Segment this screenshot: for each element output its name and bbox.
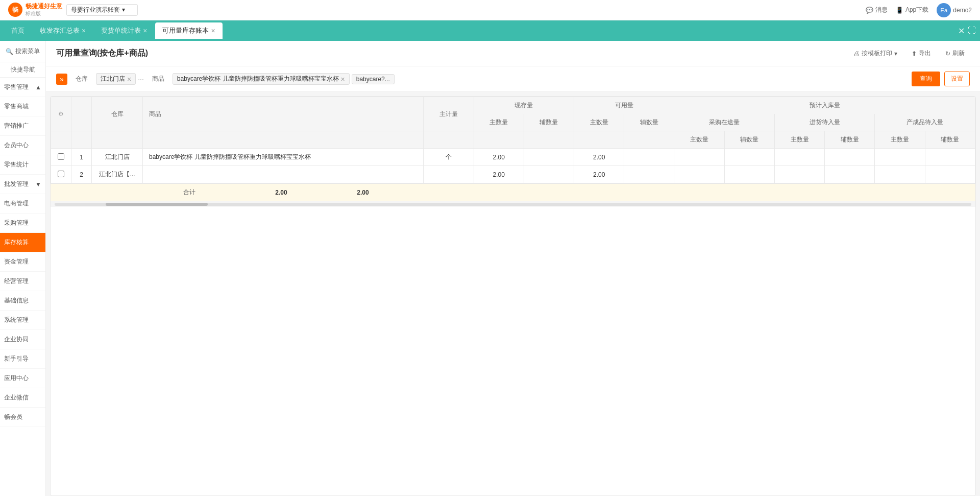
row-available-main-2: 2.00 [574, 166, 624, 183]
row-unit-2 [424, 166, 474, 183]
col-available-main-header: 主数量 [574, 114, 624, 131]
col-warehouse-header: 仓库 [92, 97, 143, 131]
export-icon: ⬆ [912, 50, 917, 57]
message-button[interactable]: 💬 消息 [866, 6, 888, 14]
logo-text: 畅捷通好生意 [26, 3, 62, 10]
arrow-down-icon: ▼ [35, 181, 41, 188]
product-filter-tags: babycare学饮杯 儿童防摔防撞吸管杯重力球吸嘴杯宝宝水杯 × babyca… [173, 73, 395, 85]
col-inbound-group-header: 进货待入量 [774, 114, 874, 131]
col-available-group-header: 可用量 [574, 97, 674, 114]
row-warehouse-2: 江北门店【... [92, 166, 143, 183]
scroll-thumb[interactable] [106, 203, 208, 206]
sidebar-item-inventory[interactable]: 库存核算 [0, 233, 45, 252]
table-row: 2 江北门店【... 2.00 2.00 [51, 166, 975, 183]
table-header-row-3: 主数量 辅数量 主数量 辅数量 主数量 辅数量 [51, 131, 975, 149]
table-header-row-1: ⚙ 仓库 商品 主计量 现存量 可用量 预计入库量 [51, 97, 975, 114]
sidebar-item-app-center[interactable]: 应用中心 [0, 369, 45, 388]
refresh-icon: ↻ [945, 50, 950, 57]
scroll-bar-area [51, 201, 975, 207]
filter-expand-button[interactable]: » [56, 74, 67, 85]
close-tab-order-stats[interactable]: × [143, 27, 147, 34]
sidebar-quick-nav[interactable]: 快捷导航 [0, 62, 45, 78]
user-profile[interactable]: Ea demo2 [937, 3, 972, 17]
data-table-wrapper: ⚙ 仓库 商品 主计量 现存量 可用量 预计入库量 主数量 辅数量 主数量 [50, 96, 976, 496]
tab-collection-report[interactable]: 收发存汇总表 × [33, 22, 93, 39]
search-menu-button[interactable]: 🔍 搜索菜单 [4, 45, 41, 58]
logo-subtext: 标准版 [26, 10, 62, 17]
sidebar-item-ecommerce[interactable]: 电商管理 [0, 194, 45, 214]
col-purchase-group-header: 采购在途量 [674, 114, 774, 131]
warehouse-tag: 江北门店 × [96, 73, 136, 85]
row-inbound-aux-2 [825, 166, 875, 183]
sidebar-item-retail-mgmt[interactable]: 零售管理 ▲ [0, 78, 45, 97]
sidebar-item-new-guide[interactable]: 新手引导 [0, 349, 45, 369]
sidebar-item-member-center[interactable]: 会员中心 [0, 136, 45, 155]
row-stock-main-2: 2.00 [474, 166, 524, 183]
query-button[interactable]: 查询 [912, 72, 940, 86]
mobile-icon: 📱 [896, 7, 903, 14]
footer-available-main: 2.00 [342, 189, 383, 196]
row-available-main-1: 2.00 [574, 149, 624, 166]
page-actions: 🖨 按模板打印 ▾ ⬆ 导出 ↻ 刷新 [848, 47, 970, 60]
tab-home[interactable]: 首页 [4, 22, 32, 39]
row-product-1: babycare学饮杯 儿童防摔防撞吸管杯重力球吸嘴杯宝宝水杯 [143, 149, 424, 166]
app-download-button[interactable]: 📱 App下载 [896, 6, 928, 14]
sidebar-item-retail-stats[interactable]: 零售统计 [0, 155, 45, 175]
footer-label: 合计 [149, 188, 230, 197]
row-stock-main-1: 2.00 [474, 149, 524, 166]
row-checkbox-2[interactable] [58, 171, 64, 177]
export-button[interactable]: ⬆ 导出 [906, 47, 936, 60]
sidebar-item-enterprise-collab[interactable]: 企业协同 [0, 330, 45, 349]
row-no-2: 2 [71, 166, 92, 183]
message-icon: 💬 [866, 7, 873, 14]
search-icon: 🔍 [6, 48, 13, 55]
sidebar: 🔍 搜索菜单 快捷导航 零售管理 ▲ 零售商城 营销推广 会员中心 零售统计 批… [0, 41, 46, 496]
sidebar-item-basic-info[interactable]: 基础信息 [0, 291, 45, 311]
settings-button[interactable]: 设置 [944, 72, 970, 86]
sidebar-item-purchase-mgmt[interactable]: 采购管理 [0, 214, 45, 233]
sidebar-item-marketing[interactable]: 营销推广 [0, 116, 45, 136]
logo-area: 畅 畅捷通好生意 标准版 [8, 3, 62, 17]
tab-order-stats[interactable]: 要货单统计表 × [94, 22, 154, 39]
col-purchase-aux-header: 辅数量 [724, 131, 774, 149]
expand-nav-icon[interactable]: ⛶ [968, 26, 976, 35]
top-bar-left: 畅 畅捷通好生意 标准版 母婴行业演示账套 ▾ [8, 3, 138, 17]
sidebar-item-finance[interactable]: 资金管理 [0, 252, 45, 272]
sidebar-item-retail-mall[interactable]: 零售商城 [0, 97, 45, 116]
row-purchase-aux-2 [724, 166, 774, 183]
row-product-2 [143, 166, 424, 183]
column-settings-icon[interactable]: ⚙ [58, 110, 64, 117]
sidebar-item-system-mgmt[interactable]: 系统管理 [0, 311, 45, 330]
remove-warehouse-tag[interactable]: × [127, 75, 131, 83]
product-tag-1: babycare学饮杯 儿童防摔防撞吸管杯重力球吸嘴杯宝宝水杯 × [173, 73, 350, 85]
logo-icon: 畅 [8, 3, 22, 17]
row-available-aux-1 [624, 149, 674, 166]
row-inbound-main-1 [774, 149, 824, 166]
col-stock-aux-header: 辅数量 [524, 114, 574, 131]
sidebar-item-enterprise-wechat[interactable]: 企业微信 [0, 388, 45, 408]
sidebar-item-operations[interactable]: 经营管理 [0, 272, 45, 291]
col-checkbox-header: ⚙ [51, 97, 71, 131]
sidebar-item-wholesale-mgmt[interactable]: 批发管理 ▼ [0, 175, 45, 194]
arrow-up-icon: ▲ [35, 84, 41, 91]
close-all-tabs-button[interactable]: ✕ [958, 26, 965, 36]
industry-selector[interactable]: 母婴行业演示账套 ▾ [66, 4, 138, 16]
refresh-button[interactable]: ↻ 刷新 [940, 47, 970, 60]
sidebar-item-member-pro[interactable]: 畅会员 [0, 408, 45, 427]
warehouse-filter-tags: 江北门店 × ··· [96, 73, 144, 85]
more-filter-icon[interactable]: ··· [138, 75, 144, 83]
col-available-aux-header: 辅数量 [624, 114, 674, 131]
chevron-down-icon: ▾ [122, 6, 125, 13]
row-purchase-aux-1 [724, 149, 774, 166]
remove-product-tag-1[interactable]: × [341, 75, 345, 83]
row-checkbox-1[interactable] [58, 153, 64, 160]
col-unit-header: 主计量 [424, 97, 474, 131]
tab-available-stock[interactable]: 可用量库存账本 × [155, 22, 222, 39]
row-production-main-1 [875, 149, 925, 166]
print-template-button[interactable]: 🖨 按模板打印 ▾ [848, 47, 902, 60]
scroll-track [55, 203, 971, 206]
close-tab-available-stock[interactable]: × [211, 27, 215, 34]
close-tab-collection[interactable]: × [82, 27, 86, 34]
filter-action-buttons: 查询 设置 [912, 72, 970, 86]
col-product-header: 商品 [143, 97, 424, 131]
